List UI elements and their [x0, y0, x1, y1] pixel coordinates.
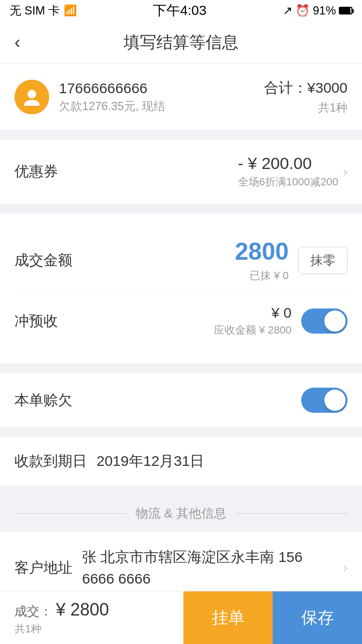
- round-button[interactable]: 抹零: [298, 247, 348, 274]
- save-button[interactable]: 保存: [273, 591, 362, 644]
- svg-point-0: [28, 90, 36, 98]
- address-label: 客户地址: [14, 558, 72, 578]
- due-date-section: 收款到期日 2019年12月31日: [0, 437, 362, 486]
- bottom-summary: 成交： ¥ 2800 共1种: [0, 600, 183, 636]
- divider-left: [14, 513, 126, 514]
- user-icon: [22, 87, 42, 107]
- coupon-arrow-icon: ›: [343, 164, 348, 180]
- address-arrow-icon: ›: [343, 560, 348, 575]
- prepay-toggle[interactable]: [301, 308, 348, 334]
- sim-label: 无 SIM 卡: [10, 3, 60, 18]
- bottom-count: 共1种: [14, 622, 169, 636]
- deal-sub: 已抹 ¥ 0: [235, 268, 289, 283]
- battery-label: 91%: [313, 4, 336, 17]
- location-icon: ↗: [283, 4, 292, 17]
- status-time: 下午4:03: [153, 1, 207, 20]
- prepay-amount: ¥ 0: [214, 305, 292, 321]
- coupon-detail: 全场6折满1000减200: [238, 175, 338, 189]
- deal-value: 2800: [235, 238, 289, 266]
- status-right: ↗ ⏰ 91%: [283, 4, 352, 17]
- back-button[interactable]: ‹: [14, 32, 20, 53]
- bottom-amount: ¥ 2800: [56, 600, 109, 619]
- avatar: [14, 80, 49, 114]
- due-date: 2019年12月31日: [97, 451, 204, 471]
- pending-button[interactable]: 挂单: [183, 591, 273, 644]
- coupon-discount: - ¥ 200.00: [238, 154, 338, 173]
- battery-icon: [339, 7, 352, 14]
- status-bar: 无 SIM 卡 📶 下午4:03 ↗ ⏰ 91%: [0, 0, 362, 21]
- customer-row: 17666666666 欠款1276.35元, 现结 合计：¥3000 共1种: [0, 64, 362, 130]
- total-amount: 合计：¥3000: [264, 78, 348, 98]
- coupon-row[interactable]: 优惠券 - ¥ 200.00 全场6折满1000减200 ›: [0, 140, 362, 204]
- nav-bar: ‹ 填写结算等信息: [0, 21, 362, 64]
- coupon-label: 优惠券: [14, 162, 58, 182]
- debt-toggle[interactable]: [301, 388, 348, 413]
- divider-text: 物流 & 其他信息: [136, 505, 226, 522]
- alarm-icon: ⏰: [295, 4, 310, 17]
- deal-label: 成交金额: [14, 251, 72, 270]
- prepay-receivable: 应收金额 ¥ 2800: [214, 323, 292, 337]
- status-left: 无 SIM 卡 📶: [10, 3, 77, 18]
- debt-label: 本单赊欠: [14, 391, 72, 410]
- deal-amount-row: 成交金额 2800 已抹 ¥ 0 抹零: [14, 228, 348, 293]
- toggle-knob: [324, 310, 346, 332]
- wifi-icon: 📶: [64, 4, 77, 17]
- prepay-label: 冲预收: [14, 311, 58, 331]
- customer-phone: 17666666666: [59, 80, 165, 97]
- page-title: 填写结算等信息: [124, 31, 238, 54]
- logistics-divider: 物流 & 其他信息: [0, 495, 362, 532]
- bottom-bar: 成交： ¥ 2800 共1种 挂单 保存: [0, 591, 362, 644]
- address-value: 张 北京市市辖区海淀区永丰南 156 6666 6666: [72, 546, 343, 589]
- bottom-deal-label: 成交：: [14, 604, 52, 618]
- amount-section: 成交金额 2800 已抹 ¥ 0 抹零 冲预收 ¥ 0 应收金额 ¥ 2800: [0, 213, 362, 364]
- debt-toggle-knob: [324, 390, 346, 411]
- debt-section: 本单赊欠: [0, 373, 362, 427]
- total-count: 共1种: [264, 100, 348, 115]
- divider-right: [236, 513, 348, 514]
- prepay-row: 冲预收 ¥ 0 应收金额 ¥ 2800: [14, 293, 348, 349]
- due-label: 收款到期日: [14, 451, 87, 471]
- customer-note: 欠款1276.35元, 现结: [59, 98, 165, 114]
